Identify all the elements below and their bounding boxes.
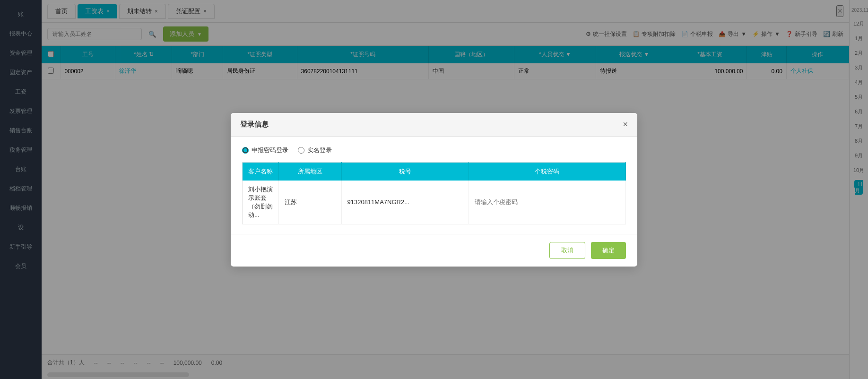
radio-password-label[interactable]: 申报密码登录 xyxy=(242,146,288,155)
cancel-button[interactable]: 取消 xyxy=(549,242,585,259)
confirm-button[interactable]: 确定 xyxy=(591,242,626,259)
modal-title: 登录信息 xyxy=(240,120,269,129)
tax-password-input[interactable] xyxy=(475,198,620,206)
modal-row-region: 江苏 xyxy=(279,181,342,224)
modal-overlay[interactable]: 登录信息 × 申报密码登录 实名登录 客户名称 所属地区 xyxy=(0,0,868,379)
modal-col-client: 客户名称 xyxy=(243,162,279,181)
modal-row-client: 刘小艳演示账套（勿删勿动... xyxy=(243,181,279,224)
modal-client-table: 客户名称 所属地区 税号 个税密码 刘小艳演示账套（勿删勿动... 江苏 913… xyxy=(242,162,626,224)
modal-close-button[interactable]: × xyxy=(623,120,628,129)
modal-row-taxno: 91320811MA7NGR2... xyxy=(341,181,469,224)
modal-body: 申报密码登录 实名登录 客户名称 所属地区 税号 个税密码 xyxy=(231,137,637,234)
login-info-modal: 登录信息 × 申报密码登录 实名登录 客户名称 所属地区 xyxy=(231,113,637,267)
modal-row-taxpwd[interactable] xyxy=(469,181,625,224)
radio-password-input[interactable] xyxy=(242,147,249,154)
modal-table-row: 刘小艳演示账套（勿删勿动... 江苏 91320811MA7NGR2... xyxy=(243,181,626,224)
modal-col-region: 所属地区 xyxy=(279,162,342,181)
modal-header: 登录信息 × xyxy=(231,113,637,137)
modal-footer: 取消 确定 xyxy=(231,234,637,267)
radio-realname-input[interactable] xyxy=(298,147,304,154)
login-type-radio-group: 申报密码登录 实名登录 xyxy=(242,146,626,155)
modal-col-taxno: 税号 xyxy=(341,162,469,181)
modal-col-taxpwd: 个税密码 xyxy=(469,162,625,181)
radio-realname-label[interactable]: 实名登录 xyxy=(298,146,332,155)
